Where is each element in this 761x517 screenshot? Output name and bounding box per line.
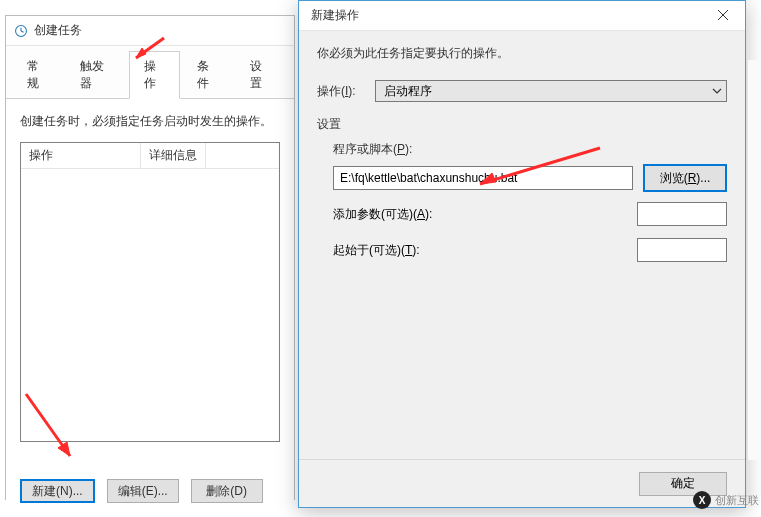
action-dropdown[interactable]: 启动程序 bbox=[375, 80, 727, 102]
clock-icon bbox=[14, 24, 28, 38]
create-task-titlebar: 创建任务 bbox=[6, 16, 294, 46]
args-input[interactable] bbox=[637, 202, 727, 226]
close-icon bbox=[718, 9, 728, 23]
delete-button[interactable]: 删除(D) bbox=[191, 479, 263, 503]
edit-button[interactable]: 编辑(E)... bbox=[107, 479, 179, 503]
table-header: 操作 详细信息 bbox=[21, 143, 279, 169]
dialog-title: 新建操作 bbox=[311, 7, 359, 24]
tab-conditions[interactable]: 条件 bbox=[182, 51, 233, 99]
close-button[interactable] bbox=[700, 1, 745, 31]
new-button[interactable]: 新建(N)... bbox=[20, 479, 95, 503]
program-row: 浏览(R)... bbox=[333, 164, 727, 192]
action-row: 操作(I): 启动程序 bbox=[317, 80, 727, 102]
tab-triggers[interactable]: 触发器 bbox=[65, 51, 127, 99]
instruction-text: 创建任务时，必须指定任务启动时发生的操作。 bbox=[20, 113, 280, 130]
new-action-dialog: 新建操作 你必须为此任务指定要执行的操作。 操作(I): 启动程序 设置 程序或… bbox=[298, 0, 746, 508]
svg-line-2 bbox=[21, 31, 24, 32]
dialog-body: 你必须为此任务指定要执行的操作。 操作(I): 启动程序 设置 程序或脚本(P)… bbox=[299, 31, 745, 288]
action-label: 操作(I): bbox=[317, 83, 375, 100]
dialog-footer: 确定 bbox=[299, 459, 745, 507]
tab-settings[interactable]: 设置 bbox=[235, 51, 286, 99]
table-header-action[interactable]: 操作 bbox=[21, 143, 141, 168]
action-buttons-row: 新建(N)... 编辑(E)... 删除(D) bbox=[20, 479, 263, 503]
create-task-window: 创建任务 常规 触发器 操作 条件 设置 创建任务时，必须指定任务启动时发生的操… bbox=[5, 15, 295, 500]
watermark-text: 创新互联 bbox=[715, 493, 759, 508]
tab-actions[interactable]: 操作 bbox=[129, 51, 180, 99]
program-label: 程序或脚本(P): bbox=[333, 141, 727, 158]
settings-label: 设置 bbox=[317, 116, 727, 133]
dialog-hint: 你必须为此任务指定要执行的操作。 bbox=[317, 45, 727, 62]
tab-content: 创建任务时，必须指定任务启动时发生的操作。 操作 详细信息 新建(N)... 编… bbox=[6, 99, 294, 509]
watermark: X 创新互联 bbox=[693, 491, 759, 509]
action-dropdown-value: 启动程序 bbox=[384, 83, 432, 100]
watermark-icon: X bbox=[693, 491, 711, 509]
tab-general[interactable]: 常规 bbox=[12, 51, 63, 99]
chevron-down-icon bbox=[712, 86, 722, 96]
right-panel-edge bbox=[747, 60, 761, 460]
startin-input[interactable] bbox=[637, 238, 727, 262]
window-title: 创建任务 bbox=[34, 22, 82, 39]
tab-bar: 常规 触发器 操作 条件 设置 bbox=[6, 46, 294, 99]
program-input[interactable] bbox=[333, 166, 633, 190]
browse-button[interactable]: 浏览(R)... bbox=[643, 164, 727, 192]
startin-label: 起始于(可选)(T): bbox=[333, 242, 420, 259]
actions-table[interactable]: 操作 详细信息 bbox=[20, 142, 280, 442]
args-row: 添加参数(可选)(A): bbox=[333, 202, 727, 226]
table-header-details[interactable]: 详细信息 bbox=[141, 143, 206, 168]
dialog-titlebar: 新建操作 bbox=[299, 1, 745, 31]
args-label: 添加参数(可选)(A): bbox=[333, 206, 432, 223]
settings-group: 程序或脚本(P): 浏览(R)... 添加参数(可选)(A): 起始于(可选)(… bbox=[333, 141, 727, 262]
startin-row: 起始于(可选)(T): bbox=[333, 238, 727, 262]
